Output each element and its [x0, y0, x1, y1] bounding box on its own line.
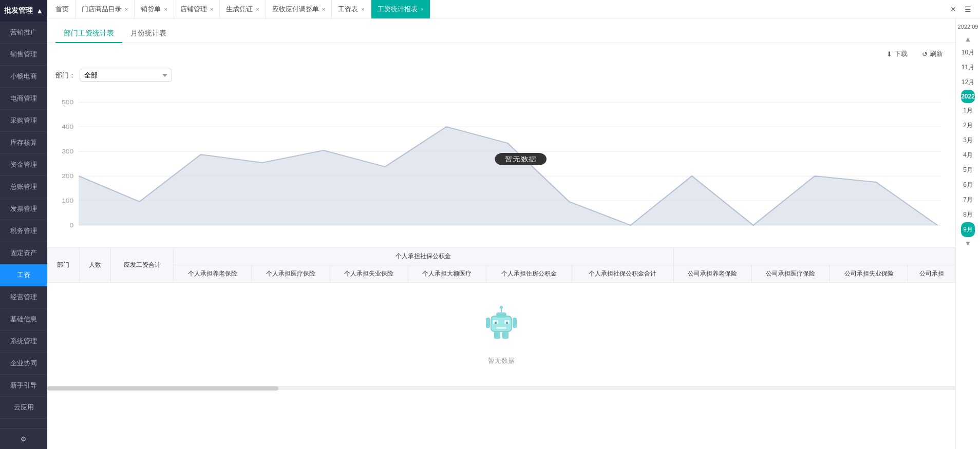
sidebar-month-4月[interactable]: 4月: [959, 148, 977, 163]
sidebar-item-kchs[interactable]: 库存核算: [0, 132, 47, 154]
sidebar-items: 营销推广销售管理小畅电商电商管理采购管理库存核算资金管理总账管理发票管理税务管理…: [0, 22, 47, 419]
tab-label-sales: 销货单: [141, 5, 161, 14]
sidebar-item-zzgl[interactable]: 总账管理: [0, 176, 47, 198]
main-area: 首页门店商品目录×销货单×店铺管理×生成凭证×应收应付调整单×工资表×工资统计报…: [47, 0, 980, 449]
hscroll-bar[interactable]: [47, 386, 955, 390]
sidebar-item-xtgl[interactable]: 系统管理: [0, 330, 47, 353]
filter-row: 部门： 全部: [47, 65, 955, 86]
sidebar-item-fpgl[interactable]: 发票管理: [0, 198, 47, 220]
th-people: 人数: [79, 248, 111, 283]
svg-text:100: 100: [62, 198, 73, 204]
sidebar-item-yxtuig[interactable]: 营销推广: [0, 22, 47, 44]
sidebar-item-xdds[interactable]: 小畅电商: [0, 66, 47, 88]
sub-tab-dept_stats[interactable]: 部门工资统计表: [55, 25, 122, 43]
tab-close-catalog[interactable]: ×: [125, 6, 128, 12]
table-area[interactable]: 部门 人数 应发工资合计 个人承担社保公积金 个人承担养老保险 个人承担医疗保险…: [47, 247, 955, 449]
tab-close-ar[interactable]: ×: [322, 6, 325, 12]
close-all-tabs-button[interactable]: ✕: [947, 3, 959, 15]
tab-close-produce[interactable]: ×: [256, 6, 259, 12]
dept-filter-label: 部门：: [55, 71, 76, 80]
tab-shop[interactable]: 店铺管理×: [174, 0, 220, 18]
th-personal-housing: 个人承担住房公积金: [486, 265, 572, 283]
sidebar-month-active[interactable]: 9月: [961, 222, 975, 237]
tab-label-produce: 生成凭证: [226, 5, 253, 14]
sidebar-month-6月[interactable]: 6月: [959, 178, 977, 192]
th-total-salary: 应发工资合计: [111, 248, 174, 283]
tab-catalog[interactable]: 门店商品目录×: [76, 0, 135, 18]
sidebar-item-gz[interactable]: 工资: [0, 264, 47, 286]
hscroll-thumb[interactable]: [47, 386, 278, 391]
th-company-other: 公司承担: [908, 265, 955, 283]
sub-tab-month_stats[interactable]: 月份统计表: [122, 25, 175, 43]
sidebar-toggle-icon: ▲: [36, 7, 43, 15]
svg-rect-23: [486, 318, 490, 328]
tab-label-ar: 应收应付调整单: [272, 5, 319, 14]
th-personal-large-medical: 个人承担大额医疗: [408, 265, 486, 283]
sidebar-item-xsgl[interactable]: 销售管理: [0, 44, 47, 66]
svg-text:500: 500: [62, 99, 73, 105]
sidebar-month-10月[interactable]: 10月: [959, 45, 977, 60]
sidebar-settings[interactable]: ⚙: [0, 428, 47, 449]
sidebar: 批发管理 ▲ 营销推广销售管理小畅电商电商管理采购管理库存核算资金管理总账管理发…: [0, 0, 47, 449]
svg-rect-15: [496, 313, 506, 318]
svg-text:暂无数据: 暂无数据: [505, 155, 537, 162]
svg-text:400: 400: [62, 124, 73, 130]
current-date-display: 2022.09: [956, 21, 980, 33]
sidebar-item-dsgl[interactable]: 电商管理: [0, 88, 47, 110]
tab-ar[interactable]: 应收应付调整单×: [266, 0, 332, 18]
sidebar-item-cqgl[interactable]: 采购管理: [0, 110, 47, 132]
svg-text:200: 200: [62, 173, 73, 179]
tab-payroll_report[interactable]: 工资统计报表×: [371, 0, 430, 18]
sidebar-item-yyy[interactable]: 云应用: [0, 397, 47, 419]
tab-sales[interactable]: 销货单×: [135, 0, 174, 18]
chart-container: 500 400 300 200 100 0: [47, 86, 955, 247]
th-personal-medical: 个人承担医疗保险: [252, 265, 330, 283]
tab-close-sales[interactable]: ×: [164, 6, 167, 12]
empty-text: 暂无数据: [488, 356, 515, 365]
sidebar-month-5月[interactable]: 5月: [959, 163, 977, 178]
sidebar-item-qyxt[interactable]: 企业协同: [0, 353, 47, 375]
chart-svg: 500 400 300 200 100 0: [55, 94, 947, 238]
tab-bar: 首页门店商品目录×销货单×店铺管理×生成凭证×应收应付调整单×工资表×工资统计报…: [47, 0, 980, 18]
sidebar-item-gdzi[interactable]: 固定资产: [0, 242, 47, 264]
sidebar-month-11月[interactable]: 11月: [959, 60, 977, 75]
sidebar-title: 批发管理: [4, 6, 33, 15]
sidebar-item-xsyd[interactable]: 新手引导: [0, 375, 47, 397]
svg-text:0: 0: [70, 222, 74, 228]
date-down-arrow[interactable]: ▼: [956, 237, 980, 249]
download-button[interactable]: ⬇ 下载: [882, 47, 912, 61]
tab-close-payroll[interactable]: ×: [361, 6, 364, 12]
tab-home[interactable]: 首页: [49, 0, 76, 18]
sidebar-month-8月[interactable]: 8月: [959, 207, 977, 222]
sidebar-month-7月[interactable]: 7月: [959, 192, 977, 207]
tab-produce[interactable]: 生成凭证×: [220, 0, 266, 18]
refresh-button[interactable]: ↺ 刷新: [918, 47, 947, 61]
th-personal-pension: 个人承担养老保险: [174, 265, 252, 283]
th-company-unemployment: 公司承担失业保险: [830, 265, 908, 283]
sidebar-month-12月[interactable]: 12月: [959, 75, 977, 90]
sidebar-year-2022[interactable]: 2022: [961, 90, 975, 103]
expand-tabs-button[interactable]: ☰: [962, 3, 974, 15]
svg-rect-22: [496, 327, 506, 329]
tab-label-catalog: 门店商品目录: [82, 5, 122, 14]
tab-close-shop[interactable]: ×: [210, 6, 213, 12]
sidebar-item-zjgl[interactable]: 资金管理: [0, 154, 47, 176]
th-company-pension: 公司承担养老保险: [673, 265, 751, 283]
table-header-row-2: 个人承担养老保险 个人承担医疗保险 个人承担失业保险 个人承担大额医疗 个人承担…: [48, 265, 955, 283]
svg-rect-21: [506, 322, 508, 324]
date-up-arrow[interactable]: ▲: [956, 33, 980, 45]
sidebar-header[interactable]: 批发管理 ▲: [0, 0, 47, 22]
refresh-label: 刷新: [930, 49, 943, 58]
th-company-social: [673, 248, 955, 265]
tab-close-payroll_report[interactable]: ×: [421, 6, 424, 12]
sidebar-item-swgl[interactable]: 税务管理: [0, 220, 47, 242]
sidebar-month-1月[interactable]: 1月: [959, 103, 977, 118]
dept-filter-select[interactable]: 全部: [80, 69, 172, 82]
table-header-row-1: 部门 人数 应发工资合计 个人承担社保公积金: [48, 248, 955, 265]
sidebar-month-3月[interactable]: 3月: [959, 133, 977, 148]
svg-text:300: 300: [62, 148, 73, 154]
sidebar-month-2月[interactable]: 2月: [959, 118, 977, 133]
sidebar-item-jcxx[interactable]: 基础信息: [0, 308, 47, 330]
tab-payroll[interactable]: 工资表×: [332, 0, 371, 18]
sidebar-item-jygl[interactable]: 经营管理: [0, 286, 47, 308]
